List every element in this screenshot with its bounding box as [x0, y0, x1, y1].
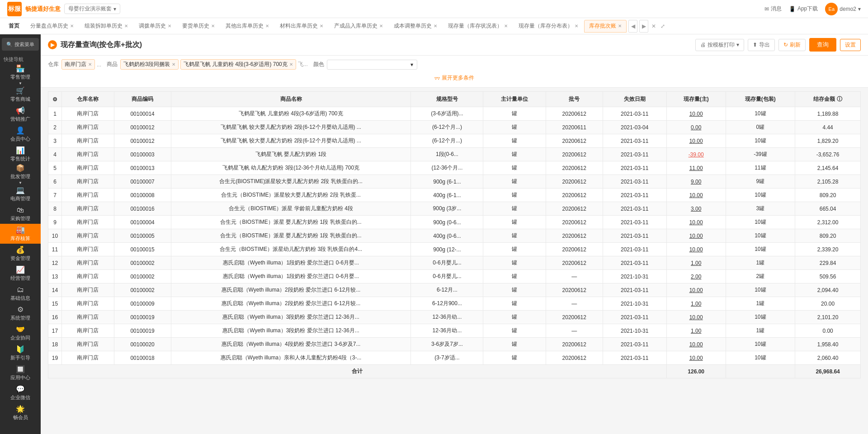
warehouse-tag-0[interactable]: 南岸门店 ✕	[61, 59, 95, 70]
row-qty[interactable]: 11.00	[666, 161, 726, 175]
sidebar-item-member2[interactable]: 🌟 畅会员	[0, 403, 41, 423]
sidebar-item-stats[interactable]: 📊 零售统计	[0, 144, 41, 164]
warehouse-filter-group: 仓库 南岸门店 ✕ ...	[48, 59, 101, 70]
print-btn[interactable]: 🖨 按模板打印 ▾	[695, 39, 744, 51]
row-qty[interactable]: 3.00	[666, 202, 726, 216]
expand-toggle-btn[interactable]: ▶	[48, 40, 57, 49]
row-no: 14	[48, 283, 62, 297]
goods-tag-1[interactable]: 飞鹤星飞帆 儿童奶粉 4段(3-6岁适用) 700克 ✕	[180, 59, 296, 70]
col-settings[interactable]: ⚙	[48, 92, 62, 107]
inventory-icon: 🏭	[16, 226, 25, 234]
sidebar-item-inventory[interactable]: 🏭 库存核算	[0, 224, 41, 244]
user-avatar[interactable]: Ea demo2 ▾	[825, 3, 861, 15]
marketing-icon: 📢	[16, 106, 25, 115]
row-qty[interactable]: 10.00	[666, 189, 726, 202]
tab-next-btn[interactable]: ▶	[639, 20, 648, 33]
tab-close-other-out[interactable]: ✕	[265, 24, 269, 28]
settings-btn[interactable]: 设置	[840, 39, 861, 51]
sidebar-item-ecommerce[interactable]: 💻 电商管理	[0, 184, 41, 204]
row-qty[interactable]: 10.00	[666, 216, 726, 229]
row-qty[interactable]: 1.00	[666, 297, 726, 311]
tab-stock-dist[interactable]: 现存量（库存分布表） ✕	[514, 20, 583, 33]
sidebar-item-retail[interactable]: 🏪 零售管理 ▼	[0, 65, 41, 85]
row-qty[interactable]: 10.00	[666, 107, 726, 121]
row-qty[interactable]: 10.00	[666, 229, 726, 243]
row-qty[interactable]: 9.00	[666, 175, 726, 189]
export-btn[interactable]: ⬆ 导出	[748, 39, 775, 51]
row-qty[interactable]: 1.00	[666, 256, 726, 270]
refresh-btn[interactable]: ↻ 刷新	[778, 39, 806, 51]
row-qty[interactable]: 10.00	[666, 351, 726, 365]
sidebar-item-app-center[interactable]: 🔲 应用中心	[0, 363, 41, 383]
sidebar-item-mall[interactable]: 🛒 零售商城	[0, 85, 41, 104]
industry-select[interactable]: 母婴行业演示账套 ▾	[64, 4, 120, 14]
tab-close-stock-status[interactable]: ✕	[504, 24, 508, 28]
sidebar-search-btn[interactable]: 🔍 搜索菜单	[2, 38, 39, 51]
row-qty[interactable]: 10.00	[666, 134, 726, 148]
sidebar-item-purchase[interactable]: 🛍 采购管理	[0, 204, 41, 224]
row-expire: 2021-03-11	[603, 134, 666, 148]
stats-icon: 📊	[16, 146, 25, 155]
row-qty[interactable]: 10.00	[666, 311, 726, 324]
tab-close-material-out[interactable]: ✕	[320, 24, 323, 28]
tab-close-split[interactable]: ✕	[70, 24, 74, 28]
goods-tag-close-0[interactable]: ✕	[172, 62, 175, 67]
tab-close-stock-dist[interactable]: ✕	[575, 24, 578, 28]
row-name: 合生元（BIOSTIME）派星幼儿配方奶粉 3段 乳铁蛋白的4...	[171, 243, 411, 256]
row-amount: 2,101.20	[795, 311, 861, 324]
query-btn[interactable]: 查询	[809, 38, 836, 52]
messages-btn[interactable]: ✉ 消息	[764, 5, 782, 13]
sidebar-item-ops[interactable]: 📈 经营管理	[0, 264, 41, 283]
row-qty[interactable]: 0.00	[666, 121, 726, 134]
warehouse-tag-close-0[interactable]: ✕	[88, 62, 92, 67]
goods-more[interactable]: 飞...	[298, 61, 308, 68]
row-expire: 2021-03-11	[603, 243, 666, 256]
row-name: 合生元（BIOSTIME）派星较大婴儿配方奶粉 2段 乳铁蛋...	[171, 189, 411, 202]
tab-require[interactable]: 要货单历史 ✕	[177, 20, 220, 33]
sidebar-item-corp-wechat[interactable]: 💬 企业微信	[0, 383, 41, 403]
sidebar-item-member[interactable]: 👤 会员中心	[0, 124, 41, 144]
sidebar-item-system[interactable]: ⚙ 系统管理	[0, 303, 41, 323]
sidebar-item-wholesale[interactable]: 📦 批发管理 ▼	[0, 164, 41, 184]
tab-close-product-in[interactable]: ✕	[379, 24, 383, 28]
tab-mix[interactable]: 调拨单历史 ✕	[134, 20, 176, 33]
row-batch: 20200612	[546, 311, 603, 324]
tab-close-require[interactable]: ✕	[211, 24, 215, 28]
tab-fullscreen-btn[interactable]: ⤢	[658, 22, 667, 31]
row-qty[interactable]: 10.00	[666, 338, 726, 351]
row-qty[interactable]: 1.00	[666, 324, 726, 338]
tab-disassemble[interactable]: 组装拆卸单历史 ✕	[80, 20, 133, 33]
row-qty[interactable]: -39.00	[666, 148, 726, 161]
row-qty[interactable]: 10.00	[666, 283, 726, 297]
tab-close-cost-adjust[interactable]: ✕	[434, 24, 437, 28]
tab-close-batch[interactable]: ✕	[618, 24, 622, 28]
sidebar-item-marketing[interactable]: 📢 营销推广	[0, 104, 41, 124]
goods-tag-close-1[interactable]: ✕	[289, 62, 293, 67]
sidebar-item-finance[interactable]: 💰 资金管理	[0, 244, 41, 264]
expand-more-btn[interactable]: ▿▿ 展开更多条件	[434, 72, 474, 84]
tab-stock-status[interactable]: 现存量（库存状况表） ✕	[443, 20, 513, 33]
tab-add-btn[interactable]: ✕	[649, 22, 658, 31]
tab-home[interactable]: 首页	[4, 20, 24, 33]
row-qty[interactable]: 10.00	[666, 243, 726, 256]
sidebar-item-guide[interactable]: 🔰 新手引导	[0, 343, 41, 363]
warehouse-more[interactable]: ...	[97, 61, 101, 68]
row-code: 00100007	[114, 175, 171, 189]
row-qty[interactable]: 2.00	[666, 270, 726, 283]
tab-close-mix[interactable]: ✕	[168, 24, 171, 28]
sidebar-item-corp[interactable]: 🤝 企业协同	[0, 323, 41, 343]
color-select[interactable]: ▾	[327, 60, 417, 70]
tab-product-in[interactable]: 产成品入库单历史 ✕	[329, 20, 388, 33]
app-download-btn[interactable]: 📱 App下载	[789, 5, 818, 13]
tab-cost-adjust[interactable]: 成本调整单历史 ✕	[389, 20, 442, 33]
table-row: 4 南岸门店 00100003 飞鹤星飞帆 婴儿配方奶粉 1段 1段(0-6..…	[48, 148, 861, 161]
tab-prev-btn[interactable]: ◀	[628, 20, 637, 33]
tab-other-out[interactable]: 其他出库单历史 ✕	[221, 20, 274, 33]
tab-split[interactable]: 分量盘点单历史 ✕	[25, 20, 79, 33]
tab-close-disassemble[interactable]: ✕	[124, 24, 128, 28]
row-warehouse: 南岸门店	[62, 107, 114, 121]
sidebar-item-base[interactable]: 🗂 基础信息	[0, 283, 41, 303]
goods-tag-0[interactable]: 飞鹤奶粉3段同捆装 ✕	[120, 59, 179, 70]
tab-batch[interactable]: 库存批次账 ✕	[584, 20, 627, 33]
tab-material-out[interactable]: 材料出库单历史 ✕	[275, 20, 328, 33]
